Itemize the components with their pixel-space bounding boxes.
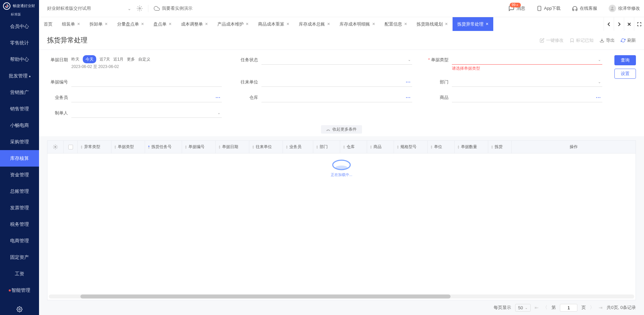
salesman-picker[interactable]: ··· [71, 93, 222, 102]
collapse-filter-button[interactable]: ︽ 收起更多条件 [321, 125, 362, 134]
close-icon[interactable]: ✕ [77, 22, 80, 26]
tab-4[interactable]: 盘点单✕ [149, 17, 176, 31]
tabs-scroll-left[interactable] [604, 17, 614, 31]
column-header[interactable]: ▲▼往来单位 [249, 141, 283, 153]
tab-7[interactable]: 商品成本重算✕ [253, 17, 294, 31]
demo-link[interactable]: 我要看实例演示 [154, 5, 192, 11]
goods-picker[interactable]: ··· [452, 93, 602, 102]
column-header[interactable]: ▲▼单据编号 [182, 141, 216, 153]
messages-button[interactable]: 99＋ 消息 [508, 5, 525, 11]
tab-10[interactable]: 配置信息✕ [380, 17, 412, 31]
close-icon[interactable]: ✕ [445, 22, 448, 26]
tab-5[interactable]: 成本调整单✕ [176, 17, 213, 31]
sidebar-item-13[interactable]: 电商管理 [0, 233, 39, 249]
doc-type-select[interactable]: ⌄ [452, 55, 602, 65]
column-header[interactable]: ▲▼异常类型 [78, 141, 111, 153]
tab-12[interactable]: 拣货异常处理✕ [453, 17, 493, 31]
table-settings-button[interactable] [47, 141, 64, 153]
column-header[interactable]: ▲▼规格型号 [394, 141, 428, 153]
tab-11[interactable]: 拣货路线规划✕ [412, 17, 453, 31]
close-icon[interactable]: ✕ [246, 22, 249, 26]
sidebar-item-0[interactable]: 会员中心 [0, 18, 39, 35]
column-header[interactable]: ▲▼部门 [313, 141, 340, 153]
sidebar-item-15[interactable]: 工资 [0, 266, 39, 282]
close-icon[interactable]: ✕ [169, 22, 172, 26]
column-header[interactable]: ▲▼单位 [428, 141, 455, 153]
tab-0[interactable]: 首页 [39, 17, 57, 31]
date-option[interactable]: 昨天 [71, 56, 79, 63]
column-header[interactable]: ▲▼商品 [367, 141, 394, 153]
tabs-fullscreen[interactable] [634, 17, 644, 31]
sidebar-item-12[interactable]: 税务管理 [0, 216, 39, 233]
column-header[interactable]: ▲▼单据数量 [455, 141, 488, 153]
app-download-button[interactable]: App下载 [537, 5, 561, 11]
date-option[interactable]: 更多 [127, 56, 135, 63]
select-all-checkbox[interactable] [64, 141, 78, 153]
close-icon[interactable]: ✕ [486, 22, 489, 26]
close-icon[interactable]: ✕ [105, 22, 108, 26]
date-option[interactable]: 自定义 [138, 56, 150, 63]
tab-3[interactable]: 分量盘点单✕ [112, 17, 149, 31]
online-service-button[interactable]: 在线客服 [572, 5, 597, 11]
page-number-input[interactable] [560, 304, 577, 312]
creator-select[interactable]: ⌄ [71, 108, 222, 118]
sidebar-settings[interactable] [0, 304, 39, 315]
sidebar-item-17[interactable]: 经营管理 [0, 299, 39, 304]
warehouse-picker[interactable]: ··· [261, 93, 412, 102]
dept-select[interactable]: ⌄ [452, 77, 602, 87]
close-icon[interactable]: ✕ [327, 22, 330, 26]
close-icon[interactable]: ✕ [404, 22, 407, 26]
close-icon[interactable]: ✕ [205, 22, 208, 26]
per-page-select[interactable]: 50 ⌄ [515, 304, 531, 312]
refresh-button[interactable]: 刷新 [621, 37, 636, 43]
close-icon[interactable]: ✕ [372, 22, 375, 26]
tabs-close-all[interactable] [624, 17, 634, 31]
tab-9[interactable]: 库存成本明细账✕ [335, 17, 380, 31]
date-option[interactable]: 近1月 [113, 56, 124, 63]
tab-2[interactable]: 拆卸单✕ [85, 17, 112, 31]
sidebar-item-14[interactable]: 固定资产 [0, 249, 39, 266]
column-header[interactable]: ▲▼拣货 [488, 141, 512, 153]
column-header[interactable]: ▲▼单据日期 [216, 141, 249, 153]
sidebar-item-8[interactable]: 库存核算 [0, 150, 39, 167]
pager-next[interactable]: 〉 [590, 305, 595, 311]
tab-6[interactable]: 产品成本维护✕ [213, 17, 253, 31]
sidebar-item-2[interactable]: 帮助中心 [0, 51, 39, 68]
sidebar-item-6[interactable]: 小畅电商 [0, 117, 39, 134]
collapse-label: 收起更多条件 [332, 127, 357, 132]
column-header[interactable]: ▲▼单据类型 [111, 141, 145, 153]
doc-no-input[interactable] [71, 77, 222, 87]
column-header[interactable]: 操作 [512, 141, 636, 153]
sidebar-item-16[interactable]: 智能管理 [0, 282, 39, 299]
sidebar-item-7[interactable]: 采购管理 [0, 134, 39, 150]
product-settings-button[interactable] [137, 5, 143, 11]
date-option[interactable]: 今天 [83, 55, 96, 63]
column-header[interactable]: ▲▼仓库 [340, 141, 367, 153]
user-menu[interactable]: 徐泽华修改 [609, 5, 640, 12]
task-status-select[interactable]: ⌄ [261, 55, 412, 65]
date-option[interactable]: 近7天 [100, 56, 110, 63]
tabs-scroll-right[interactable] [614, 17, 624, 31]
product-select[interactable]: 好业财标准版交付试用 ⌄ [47, 5, 131, 11]
sidebar-item-9[interactable]: 资金管理 [0, 167, 39, 183]
tab-1[interactable]: 组装单✕ [57, 17, 85, 31]
close-icon[interactable]: ✕ [141, 22, 144, 26]
pager-first[interactable]: ⇤ [535, 305, 539, 310]
pager-last[interactable]: ⇥ [599, 305, 603, 310]
column-header[interactable]: ▲▼拣货任务号 [145, 141, 182, 153]
sidebar-item-4[interactable]: 营销推广 [0, 84, 39, 101]
sidebar-item-11[interactable]: 发票管理 [0, 200, 39, 216]
query-button[interactable]: 查询 [614, 55, 636, 65]
partner-picker[interactable]: ··· [261, 77, 412, 87]
sidebar-item-1[interactable]: 零售统计 [0, 35, 39, 51]
horizontal-scrollbar[interactable] [49, 294, 634, 299]
pager-prev[interactable]: 〈 [543, 305, 547, 311]
sidebar-item-3[interactable]: 批发管理▴ [0, 68, 39, 84]
close-icon[interactable]: ✕ [286, 22, 289, 26]
sidebar-item-10[interactable]: 总账管理 [0, 183, 39, 200]
column-header[interactable]: ▲▼业务员 [283, 141, 313, 153]
export-button[interactable]: 导出 [600, 37, 615, 43]
tab-8[interactable]: 库存成本总账✕ [294, 17, 335, 31]
filter-settings-button[interactable]: 设置 [614, 69, 636, 79]
sidebar-item-5[interactable]: 销售管理 [0, 101, 39, 117]
